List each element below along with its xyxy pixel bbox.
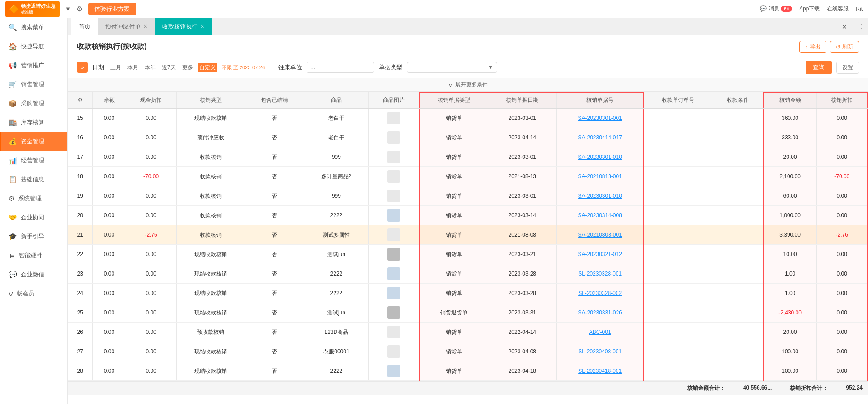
table-row: 24 0.00 0.00 现结收款核销 否 2222 销货单 2023-03-2… [68,284,868,303]
tab-verify-close[interactable]: ✕ [200,24,204,29]
cell-product-img [368,225,420,245]
tab-close-icon[interactable]: ✕ [839,22,850,31]
cell-balance: 0.00 [93,245,126,264]
date-this-month[interactable]: 本月 [126,63,140,72]
date-custom[interactable]: 自定义 [198,63,217,72]
sidebar-item-finance[interactable]: 💰 资金管理 [0,132,67,151]
sidebar-item-collab[interactable]: 🤝 企业协同 [0,208,67,227]
tab-expand-icon[interactable]: ⛶ [853,22,864,31]
query-button[interactable]: 查询 [806,61,832,74]
cell-idx: 26 [68,323,93,342]
cell-product: 2222 [304,361,368,381]
cell-included-settled: 否 [245,225,304,245]
tab-prepay[interactable]: 预付冲应付单 ✕ [98,18,155,35]
partner-select[interactable]: ... [307,62,374,73]
cell-receipt-order [644,361,712,381]
table-row: 19 0.00 0.00 收款核销 否 999 销货单 2023-03-01 S… [68,186,868,206]
sidebar-label-hardware: 智能硬件 [19,252,42,260]
filter-toggle[interactable]: » [77,62,88,73]
cell-product-img [368,245,420,264]
sidebar-item-hardware[interactable]: 🖥 智能硬件 [0,246,67,265]
tab-prepay-label: 预付冲应付单 [105,23,141,31]
date-last-month[interactable]: 上月 [108,63,123,72]
logo-icon: 🔶 [9,4,19,14]
cell-idx: 27 [68,342,93,361]
cell-balance: 0.00 [93,108,126,128]
cell-receipt-order [644,128,712,147]
tab-prepay-close[interactable]: ✕ [143,24,147,29]
footer-amount-label: 核销金额合计： [687,385,725,392]
export-button[interactable]: ↑ 导出 [799,41,826,53]
sidebar-item-marketing[interactable]: 📢 营销推广 [0,56,67,75]
cell-product-img [368,147,420,167]
sidebar-item-wechat[interactable]: 💬 企业微信 [0,265,67,284]
cell-verify-type: 收款核销 [176,147,245,167]
tab-home[interactable]: 首页 [71,18,98,35]
cell-verify-amount: 100.00 [764,361,816,381]
cell-verify-discount: 0.00 [816,264,868,284]
cell-idx: 23 [68,264,93,284]
cell-hs-type: 销货单 [420,284,488,303]
cell-idx: 15 [68,108,93,128]
cell-verify-amount: 1.00 [764,284,816,303]
date-this-year[interactable]: 本年 [143,63,157,72]
sidebar-item-basic-info[interactable]: 📋 基础信息 [0,170,67,189]
sidebar-item-management[interactable]: 📊 经营管理 [0,151,67,170]
cell-product-img [368,342,420,361]
cell-included-settled: 否 [245,323,304,342]
cell-cash-discount: 0.00 [126,245,176,264]
cell-included-settled: 否 [245,108,304,128]
sidebar-item-inventory[interactable]: 🏬 库存核算 [0,113,67,132]
refresh-button[interactable]: ↺ 刷新 [830,41,859,53]
voucher-type-select[interactable]: ▼ [407,62,497,73]
cell-receipt-condition [712,323,764,342]
cell-verify-amount: 3,390.00 [764,225,816,245]
cell-product-img [368,108,420,128]
cell-hs-type: 销货单 [420,342,488,361]
graduation-icon: 🎓 [9,233,17,241]
expand-conditions[interactable]: ∨ 展开更多条件 [68,78,868,92]
sidebar-label-finance: 资金管理 [21,138,44,146]
sidebar-item-member[interactable]: V 畅会员 [0,284,67,303]
cell-hs-num: SA-20230321-012 [557,245,644,264]
user-name[interactable]: Rit [856,6,863,12]
sidebar-item-search[interactable]: 🔍 搜索菜单 [0,18,67,37]
online-service-btn[interactable]: 在线客服 [827,5,849,13]
page-header: 收款核销执行(按收款) ↑ 导出 ↺ 刷新 [68,35,868,57]
date-7days[interactable]: 近7天 [160,63,178,72]
solution-button[interactable]: 体验行业方案 [88,3,136,15]
cell-hs-num: ABC-001 [557,323,644,342]
cell-hs-type: 销货单 [420,147,488,167]
app-dropdown[interactable]: ▼ [65,5,71,12]
sidebar-label-marketing: 营销推广 [21,62,44,70]
date-more[interactable]: 更多 [180,63,195,72]
cell-receipt-condition [712,147,764,167]
settings-button[interactable]: 设置 [836,62,859,74]
sidebar-item-guide[interactable]: 🎓 新手引导 [0,227,67,246]
sidebar-item-sales[interactable]: 🛒 销售管理 [0,75,67,94]
cell-verify-discount: 0.00 [816,361,868,381]
tab-verify[interactable]: 收款核销执行 ✕ [155,18,212,35]
sidebar-item-nav[interactable]: 🏠 快捷导航 [0,37,67,56]
table-row: 20 0.00 0.00 收款核销 否 2222 销货单 2023-03-14 … [68,206,868,225]
message-btn[interactable]: 💬 消息 99+ [760,5,792,13]
cell-product-img [368,264,420,284]
app-download-btn[interactable]: App下载 [799,5,820,13]
cell-included-settled: 否 [245,167,304,186]
col-header-receipt-order: 收款单订单号 [644,92,712,108]
cell-receipt-condition [712,186,764,206]
settings-icon[interactable]: ⚙ [76,5,83,13]
cell-hs-date: 2021-08-13 [488,167,557,186]
cell-cash-discount: 0.00 [126,303,176,323]
cell-included-settled: 否 [245,245,304,264]
cell-product-img [368,361,420,381]
cell-product: 2222 [304,284,368,303]
sidebar-label-purchase: 采购管理 [21,100,44,108]
sidebar-item-purchase[interactable]: 📦 采购管理 [0,94,67,113]
table-row: 22 0.00 0.00 现结收款核销 否 测试jun 销货单 2023-03-… [68,245,868,264]
cell-verify-type: 现结收款核销 [176,361,245,381]
cell-receipt-order [644,225,712,245]
cell-hs-type: 销货单 [420,245,488,264]
sidebar-item-system[interactable]: ⚙ 系统管理 [0,189,67,208]
cell-receipt-condition [712,303,764,323]
